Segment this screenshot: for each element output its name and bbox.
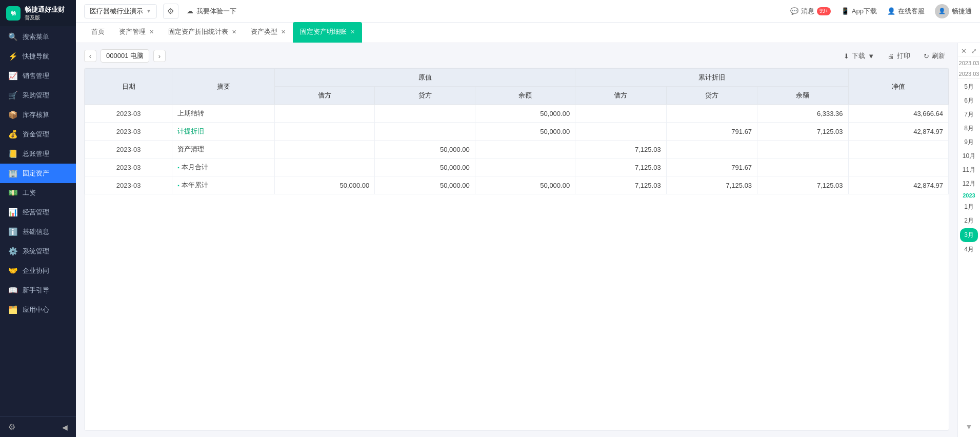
sidebar-item-operations[interactable]: 📊经营管理 bbox=[0, 203, 76, 222]
right-panel-collapse[interactable]: ▼ bbox=[963, 420, 976, 434]
right-panel-month[interactable]: 9月 bbox=[958, 135, 980, 149]
sidebar-item-label-salary: 工资 bbox=[23, 188, 36, 197]
table-container: 日期 摘要 原值 累计折旧 净值 借方 贷方 余额 借方 贷方 余额 bbox=[84, 68, 949, 431]
cell-yuanzhi-credit: 50,000.00 bbox=[375, 141, 475, 158]
right-panel-month[interactable]: 11月 bbox=[958, 163, 980, 177]
customer-service-button[interactable]: 👤 在线客服 bbox=[887, 7, 925, 16]
sidebar-item-enterprise[interactable]: 🤝企业协同 bbox=[0, 261, 76, 281]
content-area: ‹ 000001 电脑 › ⬇ 下载 ▼ 🖨 打印 ↻ bbox=[76, 43, 957, 437]
sidebar-item-icon-purchase: 🛒 bbox=[8, 91, 17, 100]
sidebar-item-funds[interactable]: 💰资金管理 bbox=[0, 125, 76, 144]
sidebar-item-guide[interactable]: 📖新手引导 bbox=[0, 281, 76, 300]
download-chevron: ▼ bbox=[868, 52, 874, 60]
tab-asset-detail[interactable]: 固定资产明细账✕ bbox=[293, 22, 362, 43]
cell-leiji-credit: 7,125.03 bbox=[666, 176, 757, 194]
right-panel-expand[interactable]: ⤢ bbox=[971, 47, 977, 55]
tab-close-asset-detail[interactable]: ✕ bbox=[350, 29, 355, 35]
sidebar-item-icon-fixed-assets: 🏢 bbox=[8, 169, 17, 178]
sidebar-item-system[interactable]: ⚙️系统管理 bbox=[0, 242, 76, 261]
app-download-button[interactable]: 📱 App下载 bbox=[841, 7, 877, 16]
sidebar-item-icon-enterprise: 🤝 bbox=[8, 266, 17, 275]
tab-label-depreciation-table: 固定资产折旧统计表 bbox=[168, 27, 228, 36]
cell-yuanzhi-balance: 50,000.00 bbox=[475, 105, 575, 123]
sidebar-item-basic-info[interactable]: ℹ️基础信息 bbox=[0, 222, 76, 242]
user-info[interactable]: 👤 畅捷通 bbox=[935, 4, 972, 18]
col-yuanzhi-credit: 贷方 bbox=[375, 87, 475, 105]
cell-leiji-balance: 7,125.03 bbox=[757, 123, 848, 141]
sidebar-item-icon-funds: 💰 bbox=[8, 130, 17, 139]
right-panel-month[interactable]: 2月 bbox=[958, 214, 980, 228]
summary-text: 本月合计 bbox=[182, 163, 208, 171]
right-panel-month[interactable]: 3月 bbox=[960, 228, 978, 242]
right-panel-close[interactable]: ✕ bbox=[961, 47, 967, 55]
col-summary: 摘要 bbox=[172, 69, 275, 105]
experience-button[interactable]: ☁ 我要体验一下 bbox=[187, 7, 236, 16]
sidebar-item-inventory[interactable]: 📦库存核算 bbox=[0, 105, 76, 125]
cloud-icon: ☁ bbox=[187, 7, 193, 15]
asset-nav: ‹ 000001 电脑 › ⬇ 下载 ▼ 🖨 打印 ↻ bbox=[84, 49, 949, 63]
sidebar-item-icon-quick-nav: ⚡ bbox=[8, 52, 17, 61]
next-button[interactable]: › bbox=[153, 50, 166, 62]
settings-button[interactable]: ⚙ bbox=[163, 4, 178, 19]
sidebar-item-search[interactable]: 🔍搜索菜单 bbox=[0, 27, 76, 47]
message-icon: 💬 bbox=[790, 7, 798, 15]
sidebar-item-label-search: 搜索菜单 bbox=[23, 32, 49, 42]
tab-close-asset-type[interactable]: ✕ bbox=[281, 29, 286, 35]
right-panel-date-header2[interactable]: 2023.03 bbox=[958, 69, 980, 79]
cell-net-value: 42,874.97 bbox=[848, 176, 948, 194]
col-yuanzhi-group: 原值 bbox=[274, 69, 575, 87]
table-row: 2023-03 ▪本年累计 50,000.00 50,000.00 50,000… bbox=[85, 176, 949, 194]
table-row: 2023-03 上期结转 50,000.00 6,333.36 43,666.6… bbox=[85, 105, 949, 123]
service-icon: 👤 bbox=[887, 7, 895, 15]
right-panel-month[interactable]: 5月 bbox=[958, 80, 980, 94]
sidebar-item-ledger[interactable]: 📒总账管理 bbox=[0, 144, 76, 164]
right-panel-month[interactable]: 6月 bbox=[958, 94, 980, 108]
tab-depreciation-table[interactable]: 固定资产折旧统计表✕ bbox=[161, 22, 244, 43]
col-date: 日期 bbox=[85, 69, 172, 105]
message-label: 消息 bbox=[801, 7, 814, 16]
experience-label: 我要体验一下 bbox=[196, 7, 236, 16]
company-selector[interactable]: 医疗器械行业演示 ▼ bbox=[84, 4, 157, 18]
print-button[interactable]: 🖨 打印 bbox=[884, 49, 914, 63]
prev-button[interactable]: ‹ bbox=[84, 50, 96, 62]
tab-home[interactable]: 首页 bbox=[84, 22, 112, 43]
right-panel-month[interactable]: 7月 bbox=[958, 108, 980, 122]
settings-icon[interactable]: ⚙ bbox=[8, 422, 15, 432]
sidebar-item-purchase[interactable]: 🛒采购管理 bbox=[0, 86, 76, 105]
cell-date: 2023-03 bbox=[85, 105, 172, 123]
sidebar-item-label-fixed-assets: 固定资产 bbox=[23, 169, 49, 178]
topbar-right: 💬 消息 99+ 📱 App下载 👤 在线客服 👤 畅捷通 bbox=[790, 4, 972, 18]
cell-leiji-debit bbox=[575, 105, 666, 123]
sidebar-item-quick-nav[interactable]: ⚡快捷导航 bbox=[0, 47, 76, 66]
refresh-button[interactable]: ↻ 刷新 bbox=[919, 49, 949, 63]
asset-code-box[interactable]: 000001 电脑 bbox=[101, 49, 149, 63]
right-panel-month[interactable]: 1月 bbox=[958, 200, 980, 214]
right-panel-month[interactable]: 12月 bbox=[958, 177, 980, 191]
tab-close-depreciation-table[interactable]: ✕ bbox=[232, 29, 236, 35]
download-button[interactable]: ⬇ 下载 ▼ bbox=[839, 49, 878, 63]
cell-summary: 计提折旧 bbox=[172, 123, 275, 141]
chevron-down-icon: ▼ bbox=[146, 8, 151, 14]
collapse-button[interactable]: ◀ bbox=[62, 423, 68, 431]
cell-date: 2023-03 bbox=[85, 176, 172, 194]
tab-asset-mgmt[interactable]: 资产管理✕ bbox=[112, 22, 161, 43]
right-panel-date-header[interactable]: 2023.03 bbox=[958, 58, 980, 68]
nav-left: ‹ 000001 电脑 › bbox=[84, 49, 166, 63]
right-panel-month[interactable]: 10月 bbox=[958, 149, 980, 163]
sidebar-item-icon-basic-info: ℹ️ bbox=[8, 227, 17, 236]
tab-close-asset-mgmt[interactable]: ✕ bbox=[149, 29, 154, 35]
sidebar-item-fixed-assets[interactable]: 🏢固定资产 bbox=[0, 164, 76, 183]
right-panel-month[interactable]: 8月 bbox=[958, 122, 980, 135]
right-panel-year-label[interactable]: 2023 bbox=[958, 191, 980, 200]
sidebar-item-salary[interactable]: 💵工资 bbox=[0, 183, 76, 203]
sidebar-item-icon-salary: 💵 bbox=[8, 188, 17, 197]
cell-yuanzhi-debit bbox=[274, 123, 374, 141]
cell-yuanzhi-balance bbox=[475, 141, 575, 158]
sidebar-item-sales[interactable]: 📈销售管理 bbox=[0, 66, 76, 86]
sidebar-item-app-center[interactable]: 🗂️应用中心 bbox=[0, 300, 76, 320]
sidebar-item-icon-ledger: 📒 bbox=[8, 149, 17, 158]
right-panel-month[interactable]: 4月 bbox=[958, 243, 980, 256]
summary-link[interactable]: 计提折旧 bbox=[177, 127, 204, 135]
message-button[interactable]: 💬 消息 99+ bbox=[790, 7, 831, 16]
tab-asset-type[interactable]: 资产类型✕ bbox=[244, 22, 293, 43]
